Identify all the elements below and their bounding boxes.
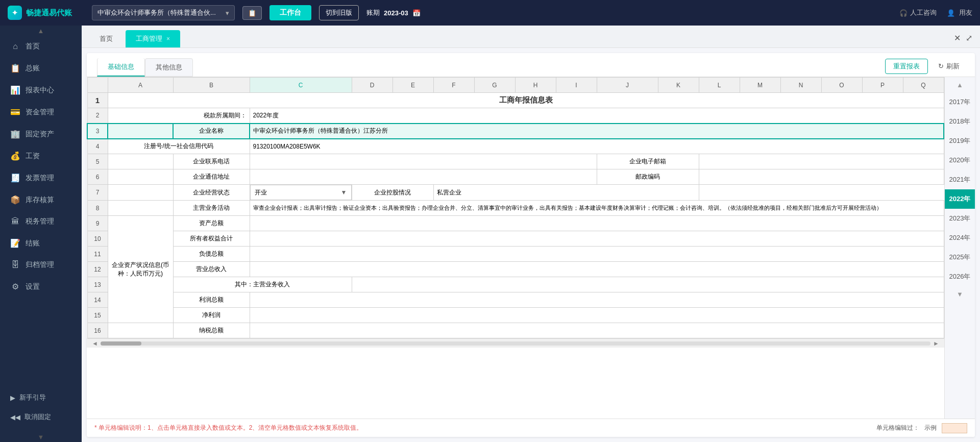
sidebar-scroll-down[interactable]: ▼ xyxy=(0,432,82,442)
scrollbar-track[interactable] xyxy=(101,341,930,346)
year-panel-scroll-down[interactable]: ▼ xyxy=(945,286,975,302)
cell-6b: 企业通信地址 xyxy=(173,169,250,185)
sidebar-scroll-up[interactable]: ▲ xyxy=(0,26,82,36)
cell-8-business[interactable]: 审查企业会计报表；出具审计报告；验证企业资本；出具验资报告；办理企业合并、分立、… xyxy=(250,201,944,216)
cell-3c[interactable]: 中审众环会计师事务所（特殊普通合伙）江苏分所 xyxy=(250,124,944,139)
sidebar-item-ledger[interactable]: 📋 总账 xyxy=(0,57,82,79)
sidebar-item-invoice[interactable]: 🧾 发票管理 xyxy=(0,167,82,189)
sidebar-item-label: 归档管理 xyxy=(26,260,54,269)
year-item-2022[interactable]: 2022年 xyxy=(945,189,975,209)
year-item-2019[interactable]: 2019年 xyxy=(945,131,975,151)
tax-icon: 🏛 xyxy=(10,217,20,226)
sidebar-item-tax[interactable]: 🏛 税务管理 xyxy=(0,211,82,232)
service-button[interactable]: 🎧 人工咨询 xyxy=(899,8,937,17)
sidebar-item-archive[interactable]: 🗄 归档管理 xyxy=(0,254,82,276)
cell-15-value[interactable] xyxy=(250,308,944,323)
tab-basic-info[interactable]: 基础信息 xyxy=(97,58,145,77)
calendar-icon[interactable]: 📅 xyxy=(412,9,421,17)
copy-button[interactable]: 📋 xyxy=(242,6,262,20)
scrollbar-thumb[interactable] xyxy=(101,341,141,346)
cell-5-email[interactable] xyxy=(699,154,944,169)
cell-16-value[interactable] xyxy=(250,323,944,338)
cell-12b: 营业总收入 xyxy=(173,262,250,277)
sidebar-item-stock[interactable]: 📦 库存核算 xyxy=(0,189,82,211)
cell-16a xyxy=(108,323,173,338)
table-row: 6 企业通信地址 邮政编码 xyxy=(87,169,944,185)
cell-7-status[interactable]: 开业 ▼ xyxy=(250,185,352,200)
year-item-2017[interactable]: 2017年 xyxy=(945,92,975,112)
logo-icon: ✦ xyxy=(8,6,22,20)
cell-14-value[interactable] xyxy=(250,292,944,308)
cell-10-value[interactable] xyxy=(250,231,944,247)
cell-12-value[interactable] xyxy=(250,262,944,277)
year-panel-scroll-up[interactable]: ▲ xyxy=(945,77,975,92)
horizontal-scrollbar[interactable]: ◄ ► xyxy=(87,338,944,348)
company-selector[interactable]: 中审众环会计师事务所（特殊普通合伙... ▾ xyxy=(92,5,235,20)
ledger-icon: 📋 xyxy=(10,63,20,73)
table-row: 11 负债总额 xyxy=(87,247,944,262)
new-user-guide[interactable]: ▶ 新手引导 xyxy=(0,388,82,407)
year-item-2024[interactable]: 2024年 xyxy=(945,228,975,248)
table-row: 10 所有者权益合计 xyxy=(87,231,944,247)
report-icon: 📊 xyxy=(10,85,20,95)
sidebar-item-label: 结账 xyxy=(26,239,40,248)
tab-close-icon[interactable]: × xyxy=(166,35,170,42)
sidebar-item-home[interactable]: ⌂ 首页 xyxy=(0,36,82,57)
example-label: 示例 xyxy=(924,424,937,432)
year-item-2025[interactable]: 2025年 xyxy=(945,248,975,267)
close-icon[interactable]: ✕ xyxy=(954,33,961,43)
row-num-1: 1 xyxy=(87,93,108,108)
cell-6-addr[interactable] xyxy=(250,169,597,185)
workbench-button[interactable]: 工作台 xyxy=(270,5,311,20)
user-area[interactable]: 👤 用友 xyxy=(947,8,972,17)
cell-4-value[interactable]: 91320100MA208E5W6K xyxy=(250,139,944,154)
tab-home[interactable]: 首页 xyxy=(89,30,123,47)
cell-11b: 负债总额 xyxy=(173,247,250,262)
cell-5-email-label: 企业电子邮箱 xyxy=(597,154,699,169)
row-num-4: 4 xyxy=(87,139,108,154)
cell-5-phone[interactable] xyxy=(250,154,597,169)
tab-gongshang[interactable]: 工商管理 × xyxy=(126,30,180,47)
refresh-button[interactable]: ↻ 刷新 xyxy=(933,59,965,73)
scroll-right-arrow[interactable]: ► xyxy=(930,340,942,347)
cell-7-holding[interactable]: 私营企业 xyxy=(433,185,699,201)
year-item-2018[interactable]: 2018年 xyxy=(945,112,975,131)
year-item-2023[interactable]: 2023年 xyxy=(945,209,975,228)
cell-9-value[interactable] xyxy=(250,216,944,231)
spreadsheet-main[interactable]: A B C D E F G H I J K L xyxy=(87,77,944,419)
expand-icon[interactable]: ⤢ xyxy=(966,33,972,43)
year-item-2021[interactable]: 2021年 xyxy=(945,170,975,189)
cell-7b: 企业经营状态 xyxy=(173,185,250,201)
sidebar-item-report[interactable]: 📊 报表中心 xyxy=(0,79,82,101)
sidebar-item-assets[interactable]: 🏢 固定资产 xyxy=(0,123,82,145)
cell-14b: 利润总额 xyxy=(173,292,250,308)
cell-15b: 净利润 xyxy=(173,308,250,323)
fund-icon: 💳 xyxy=(10,107,20,117)
period-value-cell[interactable]: 2022年度 xyxy=(250,108,944,124)
sidebar-item-label: 固定资产 xyxy=(26,130,54,139)
sidebar-item-settle[interactable]: 📝 结账 xyxy=(0,232,82,254)
tab-other-info[interactable]: 其他信息 xyxy=(145,58,193,77)
old-version-button[interactable]: 切到旧版 xyxy=(319,5,359,20)
year-item-2020[interactable]: 2020年 xyxy=(945,151,975,170)
scroll-left-arrow[interactable]: ◄ xyxy=(89,340,101,347)
cell-6-postcode[interactable] xyxy=(699,169,944,185)
user-label: 用友 xyxy=(959,8,972,17)
table-row: 3 企业名称 中审众环会计师事务所（特殊普通合伙）江苏分所 xyxy=(87,124,944,139)
service-label: 人工咨询 xyxy=(910,8,937,17)
example-cell xyxy=(942,423,967,433)
cell-edit-hint: * 单元格编辑说明：1、点击单元格直接录入数值或文本。2、清空单元格数值或文本恢… xyxy=(94,424,362,432)
sidebar-item-fund[interactable]: 💳 资金管理 xyxy=(0,101,82,123)
cell-13b: 其中：主营业务收入 xyxy=(173,277,352,292)
archive-icon: 🗄 xyxy=(10,260,20,269)
cell-13-value[interactable] xyxy=(352,277,944,292)
dropdown-icon[interactable]: ▼ xyxy=(341,189,347,196)
sidebar-item-salary[interactable]: 💰 工资 xyxy=(0,145,82,167)
pin-button[interactable]: ◀◀ 取消固定 xyxy=(0,407,82,427)
sidebar-item-settings[interactable]: ⚙ 设置 xyxy=(0,276,82,298)
cell-11-value[interactable] xyxy=(250,247,944,262)
assets-icon: 🏢 xyxy=(10,129,20,139)
reset-report-button[interactable]: 重置报表 xyxy=(885,59,928,74)
settle-icon: 📝 xyxy=(10,238,20,248)
year-item-2026[interactable]: 2026年 xyxy=(945,267,975,286)
